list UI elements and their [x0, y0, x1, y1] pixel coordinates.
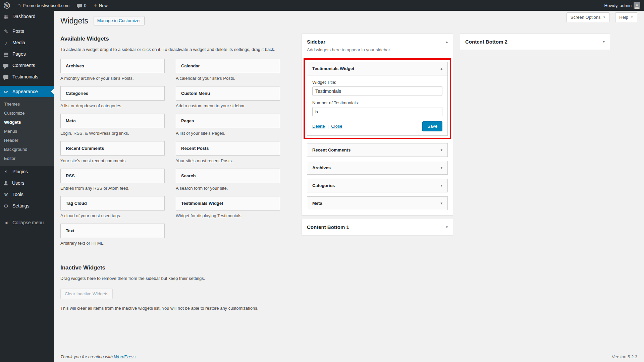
chevron-down-icon[interactable]: ▾ [603, 40, 605, 44]
submenu-item-themes[interactable]: Themes [0, 100, 54, 109]
inactive-widgets-note: This will clear all items from the inact… [60, 306, 280, 311]
wordpress-logo-menu[interactable]: W [0, 0, 14, 11]
widget-card-description: A search form for your site. [176, 186, 280, 191]
collapse-arrow-icon: ◀ [3, 221, 9, 225]
chevron-up-icon[interactable]: ▴ [440, 67, 442, 70]
sidebar-panel-title: Sidebar [307, 39, 325, 45]
menu-label: Comments [12, 63, 35, 68]
widget-card-archives[interactable]: Archives [60, 59, 165, 73]
howdy-text: Howdy, admin [604, 3, 632, 8]
submenu-item-background[interactable]: Background [0, 145, 54, 154]
available-widget-testimonials: Testimonials Widget Widget for displayin… [176, 196, 280, 218]
submenu-item-editor[interactable]: Editor [0, 154, 54, 163]
chevron-down-icon[interactable]: ▾ [440, 148, 442, 152]
widget-card-description: A monthly archive of your site's Posts. [60, 76, 165, 81]
widget-card-categories[interactable]: Categories [60, 86, 165, 101]
plus-icon: + [94, 3, 97, 8]
menu-separator [0, 82, 54, 86]
clear-inactive-widgets-button[interactable]: Clear Inactive Widgets [60, 289, 113, 299]
widget-card-recent-posts[interactable]: Recent Posts [176, 141, 280, 156]
menu-item-dashboard[interactable]: ▦ Dashboard [0, 11, 54, 22]
sidebar-widget-meta[interactable]: Meta ▾ [307, 196, 448, 210]
menu-item-tools[interactable]: ⚒ Tools [0, 189, 54, 200]
site-name-link[interactable]: ⌂ Promo bestwebsoft.com [14, 0, 73, 11]
help-button[interactable]: Help ▼ [615, 12, 637, 22]
delete-link[interactable]: Delete [312, 124, 325, 129]
submenu-item-widgets[interactable]: Widgets [0, 118, 54, 127]
widget-card-description: Your site's most recent Posts. [176, 158, 280, 163]
widget-card-pages[interactable]: Pages [176, 114, 280, 128]
menu-item-pages[interactable]: ▤ Pages [0, 48, 54, 60]
widget-card-rss[interactable]: RSS [60, 169, 165, 183]
widget-card-search[interactable]: Search [176, 169, 280, 183]
chevron-down-icon[interactable]: ▾ [440, 184, 442, 187]
home-icon: ⌂ [17, 3, 21, 8]
sidebar-widget-archives[interactable]: Archives ▾ [307, 161, 448, 175]
widget-card-custom-menu[interactable]: Custom Menu [176, 86, 280, 101]
menu-item-appearance[interactable]: ✑ Appearance [0, 86, 54, 97]
account-menu[interactable]: Howdy, admin [601, 0, 644, 11]
save-button[interactable]: Save [422, 121, 442, 131]
testimonials-widget-header[interactable]: Testimonials Widget ▴ [307, 62, 448, 75]
menu-label: Testimonials [12, 74, 38, 79]
widget-title: Recent Comments [312, 147, 351, 153]
widget-card-meta[interactable]: Meta [60, 114, 165, 128]
content-bottom-2-header[interactable]: Content Bottom 2 ▾ [460, 34, 610, 50]
widget-card-text[interactable]: Text [60, 224, 165, 238]
widget-card-description: Entries from any RSS or Atom feed. [60, 186, 165, 191]
chevron-down-icon[interactable]: ▾ [440, 201, 442, 205]
widget-card-description: A list or dropdown of categories. [60, 103, 165, 108]
menu-label: Media [12, 40, 25, 45]
widget-title-input[interactable] [312, 86, 442, 96]
menu-item-media[interactable]: ♪ Media [0, 37, 54, 48]
widget-card-tag-cloud[interactable]: Tag Cloud [60, 196, 165, 210]
menu-item-users[interactable]: Users [0, 177, 54, 189]
testimonials-widget-form: Widget Title: Number of Testimonials: De… [307, 75, 448, 136]
menu-item-settings[interactable]: ⚙ Settings [0, 200, 54, 212]
avatar [634, 2, 640, 9]
wordpress-link[interactable]: WordPress [114, 354, 136, 359]
admin-bar-comments-link[interactable]: 0 [73, 0, 90, 11]
footer-thanks-text: Thank you for creating with [60, 354, 114, 359]
chevron-down-icon[interactable]: ▾ [446, 225, 448, 229]
sidebar-widget-categories[interactable]: Categories ▾ [307, 179, 448, 192]
widget-action-links: Delete | Close [312, 124, 342, 129]
menu-label: Dashboard [12, 14, 36, 19]
menu-label: Plugins [12, 169, 28, 174]
sidebar-panel-description: Add widgets here to appear in your sideb… [302, 47, 453, 56]
available-widget-calendar: Calendar A calendar of your site's Posts… [176, 59, 280, 81]
footer-thanks: Thank you for creating with WordPress. [60, 354, 137, 359]
new-label: New [99, 3, 108, 8]
screen-options-button[interactable]: Screen Options ▼ [567, 12, 610, 22]
widget-title: Meta [312, 201, 322, 206]
close-link[interactable]: Close [331, 124, 342, 129]
menu-label: Appearance [12, 89, 38, 94]
widget-card-description: Widget for displaying Testimonials. [176, 213, 280, 218]
collapse-menu-button[interactable]: ◀ Collapse menu [0, 217, 54, 228]
inactive-widgets-description: Drag widgets here to remove them from th… [60, 275, 280, 282]
content-bottom-2-title: Content Bottom 2 [465, 39, 507, 45]
sidebar-widget-recent-comments[interactable]: Recent Comments ▾ [307, 143, 448, 157]
content-bottom-1-header[interactable]: Content Bottom 1 ▾ [302, 219, 453, 235]
available-widget-search: Search A search form for your site. [176, 169, 280, 191]
widget-card-testimonials[interactable]: Testimonials Widget [176, 196, 280, 210]
manage-in-customizer-button[interactable]: Manage in Customizer [94, 16, 145, 25]
admin-bar: W ⌂ Promo bestwebsoft.com 0 + New Howdy,… [0, 0, 644, 11]
settings-icon: ⚙ [3, 203, 9, 208]
inactive-widgets-section: Inactive Widgets Drag widgets here to re… [60, 264, 280, 311]
menu-item-comments[interactable]: Comments [0, 60, 54, 71]
chevron-down-icon[interactable]: ▾ [440, 166, 442, 170]
submenu-item-menus[interactable]: Menus [0, 127, 54, 136]
submenu-item-header[interactable]: Header [0, 136, 54, 145]
new-content-button[interactable]: + New [90, 0, 111, 11]
submenu-item-customize[interactable]: Customize [0, 109, 54, 118]
menu-item-testimonials[interactable]: Testimonials [0, 71, 54, 82]
widget-card-recent-comments[interactable]: Recent Comments [60, 141, 165, 156]
footer-version: Version 5.2.3 [612, 354, 637, 359]
menu-item-plugins[interactable]: ⚡ Plugins [0, 166, 54, 177]
testimonials-count-input[interactable] [312, 107, 442, 116]
chevron-up-icon[interactable]: ▴ [446, 40, 448, 44]
widget-card-calendar[interactable]: Calendar [176, 59, 280, 73]
main-content: Screen Options ▼ Help ▼ Widgets Manage i… [54, 11, 644, 362]
menu-item-posts[interactable]: ✎ Posts [0, 25, 54, 37]
